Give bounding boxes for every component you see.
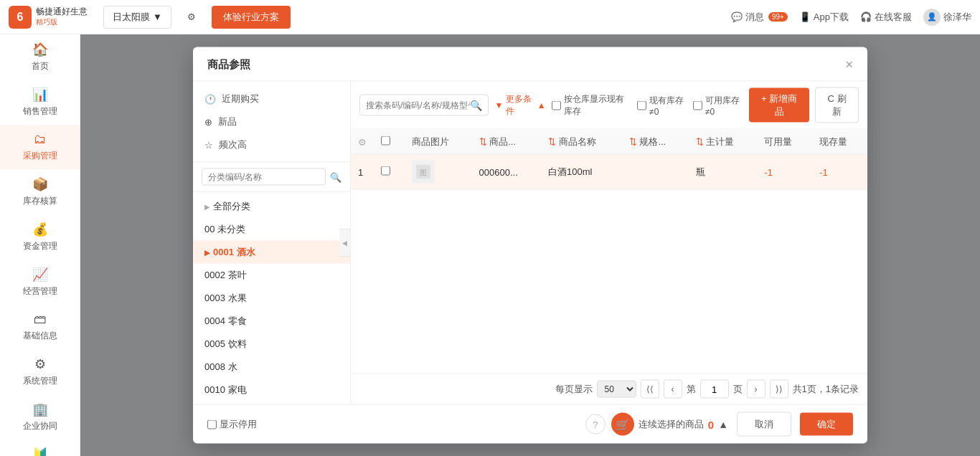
purchase-icon: 🗂 [34, 132, 47, 147]
image-placeholder-icon: 图 [416, 165, 430, 179]
show-disabled-checkbox[interactable] [207, 419, 217, 429]
help-button[interactable]: ? [585, 414, 606, 434]
row-seq: 1 [351, 154, 374, 189]
cat-item-0010[interactable]: 0010 家电 [193, 379, 350, 402]
row-checkbox[interactable] [381, 166, 390, 176]
sort-icon: ⇅ [479, 136, 487, 147]
footer-left: 显示停用 [207, 418, 257, 431]
sidebar: 🏠 首页 📊 销售管理 🗂 采购管理 📦 库存核算 💰 资金管理 📈 经营管理 … [0, 34, 80, 456]
cat-item-0001[interactable]: ▶ 0001 酒水 [193, 241, 350, 264]
show-disabled-checkbox-label[interactable]: 显示停用 [207, 418, 257, 431]
sidebar-item-purchase[interactable]: 🗂 采购管理 [0, 125, 80, 169]
row-code: 000600... [472, 154, 542, 189]
product-search-box: 🔍 [359, 95, 489, 116]
trial-button[interactable]: 体验行业方案 [212, 6, 291, 29]
sidebar-item-basic[interactable]: 🗃 基础信息 [0, 305, 80, 349]
message-badge: 99+ [768, 12, 788, 22]
col-stock: 现存量 [812, 130, 867, 155]
product-search-input[interactable] [366, 100, 470, 110]
app-download-button[interactable]: 📱 App下载 [799, 11, 849, 24]
logo-sub: 精巧版 [36, 17, 88, 27]
tri-all: ▶ [204, 202, 210, 210]
cart-expand-button[interactable]: ▲ [718, 419, 728, 430]
warehouse-stock-checkbox-label[interactable]: 按仓库显示现有库存 [552, 93, 632, 118]
sidebar-item-sales[interactable]: 📊 销售管理 [0, 80, 80, 125]
mobile-icon: 📱 [799, 11, 811, 22]
col-image: 商品图片 [405, 130, 472, 155]
sidebar-item-inventory[interactable]: 📦 库存核算 [0, 169, 80, 214]
biz-selector[interactable]: 日太阳膜 ▼ [103, 6, 171, 29]
cat-item-0003[interactable]: 0003 水果 [193, 287, 350, 310]
prev-page-button[interactable]: ‹ [664, 380, 682, 399]
sidebar-item-finance[interactable]: 💰 资金管理 [0, 214, 80, 260]
sidebar-label-purchase: 采购管理 [23, 150, 57, 162]
more-filter-button[interactable]: ▼ 更多条件 ▲ [494, 93, 545, 118]
cancel-button[interactable]: 取消 [737, 412, 791, 437]
page-size-select[interactable]: 50 10 20 100 [597, 381, 636, 398]
sidebar-item-operation[interactable]: 📈 经营管理 [0, 260, 80, 305]
message-button[interactable]: 💬 消息 99+ [731, 11, 788, 24]
quick-nav-recent[interactable]: 🕐 近期购买 [193, 87, 350, 110]
table-row[interactable]: 1 图 [351, 154, 867, 189]
row-check[interactable] [374, 154, 405, 189]
sidebar-item-home[interactable]: 🏠 首页 [0, 34, 80, 80]
col-code[interactable]: ⇅ 商品... [472, 130, 542, 155]
last-page-button[interactable]: ⟩⟩ [770, 380, 788, 399]
shopping-cart-icon: 🛒 [616, 417, 630, 431]
cat-item-0008[interactable]: 0008 水 [193, 356, 350, 379]
modal-title: 商品参照 [207, 58, 250, 72]
quick-nav-frequent[interactable]: ☆ 频次高 [193, 133, 350, 156]
sidebar-item-enterprise[interactable]: 🏢 企业协同 [0, 394, 80, 440]
sidebar-label-enterprise: 企业协同 [23, 420, 57, 432]
col-unit[interactable]: ⇅ 主计量 [689, 130, 758, 155]
page-number-input[interactable] [700, 380, 729, 399]
cat-item-all[interactable]: ▶ 全部分类 [193, 195, 350, 218]
cat-item-0004[interactable]: 0004 零食 [193, 310, 350, 333]
modal-body: 🕐 近期购买 ⊕ 新品 ☆ 频次高 ◀ [193, 82, 867, 404]
category-search-icon[interactable]: 🔍 [330, 171, 341, 182]
col-name[interactable]: ⇅ 商品名称 [541, 130, 622, 155]
cart-count: 0 [708, 418, 714, 430]
refresh-button[interactable]: C 刷新 [815, 87, 859, 123]
product-table-wrap: ⚙ 商品图片 ⇅ 商品... [351, 130, 867, 374]
available-nonzero-checkbox[interactable] [693, 100, 702, 110]
system-icon: ⚙ [34, 356, 46, 372]
help-icon: ? [593, 419, 598, 429]
warehouse-stock-checkbox[interactable] [552, 100, 561, 110]
guide-icon: 🔰 [32, 447, 48, 456]
recent-icon: 🕐 [204, 93, 216, 104]
sidebar-item-guide[interactable]: 🔰 新手引导 [0, 440, 80, 456]
select-all-checkbox[interactable] [381, 136, 390, 146]
gear-button[interactable]: ⚙ [180, 6, 203, 29]
quick-nav-new[interactable]: ⊕ 新品 [193, 110, 350, 133]
online-service-button[interactable]: 🎧 在线客服 [860, 11, 912, 24]
search-icon[interactable]: 🔍 [470, 100, 482, 111]
modal-close-button[interactable]: × [845, 57, 853, 72]
sidebar-label-home: 首页 [32, 60, 49, 72]
user-profile-button[interactable]: 👤 徐泽华 [923, 9, 971, 26]
nonzero-stock-checkbox[interactable] [637, 100, 646, 110]
col-spec[interactable]: ⇅ 规格... [622, 130, 689, 155]
cat-item-0005[interactable]: 0005 饮料 [193, 333, 350, 356]
sidebar-item-system[interactable]: ⚙ 系统管理 [0, 349, 80, 394]
column-settings[interactable]: ⚙ [351, 130, 374, 155]
page-size-label: 每页显示 [555, 383, 593, 396]
category-search-area: 🔍 [193, 163, 350, 192]
category-tree: ▶ 全部分类 00 未分类 ▶ 0001 酒水 0002 茶叶 [193, 192, 350, 404]
nonzero-stock-checkbox-label[interactable]: 现有库存≠0 [637, 94, 687, 116]
sidebar-label-system: 系统管理 [23, 375, 57, 387]
sidebar-label-finance: 资金管理 [23, 240, 57, 252]
modal-header: 商品参照 × [193, 47, 867, 82]
chevron-down-icon: ▼ [153, 11, 162, 22]
total-info: 共1页，1条记录 [793, 383, 859, 396]
cat-item-0002[interactable]: 0002 茶叶 [193, 264, 350, 287]
logo-icon: 6 [9, 6, 32, 29]
next-page-button[interactable]: › [747, 380, 765, 399]
collapse-panel-button[interactable]: ◀ [339, 229, 351, 257]
available-nonzero-checkbox-label[interactable]: 可用库存≠0 [693, 94, 743, 116]
first-page-button[interactable]: ⟨⟨ [641, 380, 659, 399]
add-product-button[interactable]: + 新增商品 [749, 88, 809, 123]
confirm-button[interactable]: 确定 [800, 413, 853, 436]
category-search-input[interactable] [202, 168, 326, 186]
cat-item-00[interactable]: 00 未分类 [193, 218, 350, 241]
